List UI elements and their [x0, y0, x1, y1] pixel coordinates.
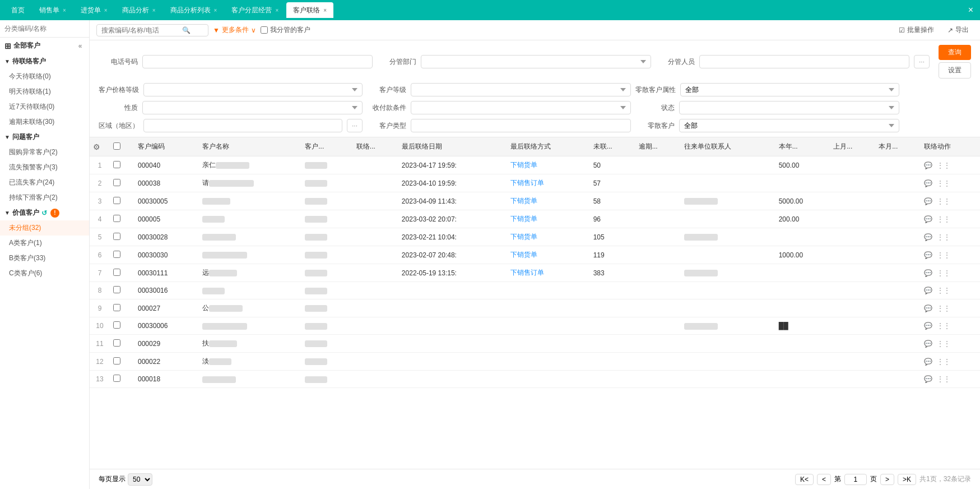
export-button[interactable]: ↗ 导出 [943, 24, 973, 36]
dept-select[interactable] [421, 55, 651, 68]
nature-select[interactable] [142, 101, 363, 114]
more-icon[interactable]: ⋮⋮ [937, 162, 950, 169]
sidebar-item-7days[interactable]: 近7天待联络(0) [0, 99, 89, 114]
more-icon[interactable]: ⋮⋮ [937, 322, 950, 330]
sidebar-item-class-c[interactable]: C类客户(6) [0, 266, 89, 281]
row-checkbox[interactable] [110, 299, 134, 317]
sidebar-item-ungroup[interactable]: 未分组(32) [0, 220, 89, 236]
last-page-button[interactable]: >K [898, 474, 916, 485]
more-icon[interactable]: ⋮⋮ [937, 358, 950, 366]
sidebar-item-lost[interactable]: 已流失客户(24) [0, 175, 89, 190]
row-checkbox[interactable] [110, 156, 134, 174]
more-conditions-button[interactable]: ▼ 更多条件 ∨ [213, 25, 256, 35]
col-year-amount[interactable]: 本年... [775, 137, 830, 156]
more-icon[interactable]: ⋮⋮ [937, 287, 950, 294]
all-customers-header[interactable]: ⊞ 全部客户 « [0, 38, 89, 54]
close-tab-product-list[interactable]: × [214, 7, 217, 13]
tab-purchase[interactable]: 进货单 × [74, 2, 114, 18]
collapse-sidebar-icon[interactable]: « [76, 41, 85, 50]
method-link[interactable]: 下销售订单 [510, 179, 544, 187]
col-cat[interactable]: 客户... [301, 137, 353, 156]
row-checkbox[interactable] [110, 353, 134, 371]
price-level-select[interactable] [143, 83, 363, 96]
manager-input[interactable] [699, 55, 909, 68]
row-checkbox[interactable] [110, 210, 134, 228]
phone-input[interactable] [142, 55, 373, 68]
sidebar-item-today[interactable]: 今天待联络(0) [0, 69, 89, 84]
manager-ellipsis-button[interactable]: ··· [914, 55, 930, 68]
more-icon[interactable]: ⋮⋮ [937, 375, 950, 383]
sidebar-item-declining[interactable]: 持续下滑客户(2) [0, 190, 89, 205]
close-tab-contact[interactable]: × [323, 7, 327, 13]
method-link[interactable]: 下销售订单 [510, 269, 544, 276]
window-close-button[interactable]: × [966, 3, 976, 17]
search-icon[interactable]: 🔍 [182, 26, 191, 34]
method-link[interactable]: 下销货单 [510, 197, 537, 205]
close-tab-sales[interactable]: × [63, 7, 66, 13]
group-problem-customers[interactable]: ▼ 问题客户 [0, 130, 89, 145]
chat-icon[interactable]: 💬 [924, 305, 932, 312]
row-checkbox[interactable] [110, 192, 134, 210]
my-customers-check[interactable] [261, 26, 268, 34]
retail-customer-select[interactable]: 全部 [679, 119, 899, 132]
batch-ops-button[interactable]: ☑ 批量操作 [894, 24, 939, 36]
col-code[interactable]: 客户编码 [134, 137, 199, 156]
sidebar-item-class-b[interactable]: B类客户(33) [0, 251, 89, 266]
row-checkbox[interactable] [110, 246, 134, 264]
close-tab-segment[interactable]: × [275, 7, 278, 13]
sidebar-item-abnormal[interactable]: 囤购异常客户(2) [0, 145, 89, 160]
chat-icon[interactable]: 💬 [924, 197, 932, 205]
tab-customer-contact[interactable]: 客户联络 × [286, 2, 333, 18]
payment-select[interactable] [411, 101, 631, 114]
reset-button[interactable]: 设置 [939, 62, 971, 79]
col-name[interactable]: 客户名称 [199, 137, 301, 156]
customer-level-select[interactable] [411, 83, 631, 96]
select-all-checkbox[interactable] [113, 142, 120, 150]
col-last-month[interactable]: 上月... [830, 137, 875, 156]
page-size-select[interactable]: 50 [128, 473, 152, 486]
row-checkbox[interactable] [110, 174, 134, 192]
group-value-customers[interactable]: ▼ 价值客户 ↺ ! [0, 205, 89, 220]
tab-product-analysis-list[interactable]: 商品分析列表 × [164, 2, 224, 18]
row-checkbox[interactable] [110, 335, 134, 353]
area-ellipsis-button[interactable]: ··· [347, 119, 363, 132]
next-page-button[interactable]: > [880, 474, 894, 485]
method-link[interactable]: 下销货单 [510, 215, 537, 223]
more-icon[interactable]: ⋮⋮ [937, 179, 950, 187]
status-select[interactable] [679, 101, 899, 114]
sidebar-item-tomorrow[interactable]: 明天待联络(1) [0, 84, 89, 99]
row-checkbox[interactable] [110, 371, 134, 388]
col-no-contact[interactable]: 未联... [590, 137, 635, 156]
page-number-input[interactable] [844, 474, 867, 485]
chat-icon[interactable]: 💬 [924, 215, 932, 223]
chat-icon[interactable]: 💬 [924, 162, 932, 169]
method-link[interactable]: 下销货单 [510, 233, 537, 241]
row-checkbox[interactable] [110, 317, 134, 335]
area-input[interactable] [143, 119, 342, 132]
chat-icon[interactable]: 💬 [924, 269, 932, 277]
sidebar-item-overdue[interactable]: 逾期未联络(30) [0, 114, 89, 130]
method-link[interactable]: 下销货单 [510, 161, 537, 169]
more-icon[interactable]: ⋮⋮ [937, 251, 950, 259]
sidebar-item-class-a[interactable]: A类客户(1) [0, 236, 89, 251]
more-icon[interactable]: ⋮⋮ [937, 340, 950, 348]
row-checkbox[interactable] [110, 228, 134, 246]
chat-icon[interactable]: 💬 [924, 287, 932, 294]
col-overdue[interactable]: 逾期... [635, 137, 681, 156]
my-customers-checkbox[interactable]: 我分管的客户 [261, 25, 310, 35]
more-icon[interactable]: ⋮⋮ [937, 269, 950, 277]
close-tab-purchase[interactable]: × [104, 7, 108, 13]
col-last-date[interactable]: 最后联络日期 [398, 137, 507, 156]
group-pending-contact[interactable]: ▼ 待联络客户 [0, 54, 89, 69]
tab-home[interactable]: 首页 [4, 2, 31, 18]
col-checkbox[interactable] [110, 137, 134, 156]
col-contact[interactable]: 联络... [353, 137, 398, 156]
method-link[interactable]: 下销货单 [510, 251, 537, 259]
main-search-input[interactable] [101, 26, 180, 34]
col-settings[interactable]: ⚙ [90, 137, 110, 156]
col-last-method[interactable]: 最后联络方式 [507, 137, 590, 156]
first-page-button[interactable]: K< [795, 474, 814, 485]
more-icon[interactable]: ⋮⋮ [937, 233, 950, 241]
chat-icon[interactable]: 💬 [924, 358, 932, 366]
close-tab-product-analysis[interactable]: × [152, 7, 156, 13]
